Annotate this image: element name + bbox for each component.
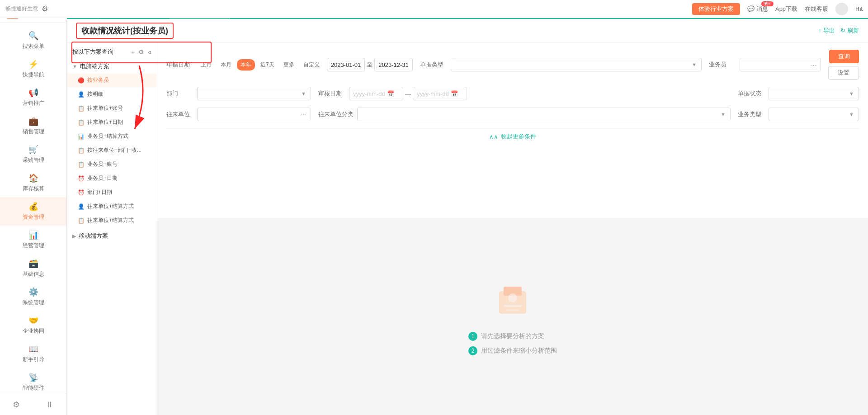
sidebar-item-hardware[interactable]: 📡 智能硬件 <box>0 368 66 394</box>
salesman-more-dots[interactable]: ··· <box>811 61 816 68</box>
scheme-item-salesman-account-label: 业务员+账号 <box>87 160 118 168</box>
sidebar-item-purchase[interactable]: 🛒 采购管理 <box>0 140 66 169</box>
quick-date-thisyear[interactable]: 本年 <box>237 59 255 71</box>
scheme-item-detail[interactable]: 👤 按明细 <box>67 87 157 101</box>
doctype-select[interactable]: ▼ <box>451 58 702 71</box>
filter-row-2: 部门 ▼ 审核日期 yyyy-mm-dd 📅 <box>166 87 859 100</box>
export-icon: ↑ <box>819 27 822 34</box>
date-from-input[interactable]: 2023-01-01 <box>327 58 365 71</box>
sidebar-item-marketing[interactable]: 📢 营销推广 <box>0 83 66 112</box>
scheme-mobile-title[interactable]: ▶ 移动端方案 <box>67 229 157 243</box>
scheme-collapse-icon[interactable]: « <box>148 48 151 56</box>
partner-select[interactable]: ··· <box>197 108 311 121</box>
page-title: 收款情况统计(按业务员) <box>76 23 174 39</box>
audit-date-filter-group: 审核日期 yyyy-mm-dd 📅 — yyyy-mm-dd 📅 <box>318 87 731 100</box>
audit-date-from[interactable]: yyyy-mm-dd 📅 <box>349 87 403 100</box>
sidebar-label-quicknav: 快捷导航 <box>23 71 44 79</box>
quick-date-custom[interactable]: 自定义 <box>300 59 323 71</box>
refresh-button[interactable]: ↻ 刷新 <box>840 27 859 35</box>
settings-bottom-icon[interactable]: ⚙ <box>13 400 20 410</box>
enterprise-icon: 🤝 <box>28 316 38 325</box>
audit-date-to[interactable]: yyyy-mm-dd 📅 <box>413 87 467 100</box>
salesman-settlement-icon: 📊 <box>78 133 85 140</box>
scheme-pc-title[interactable]: ▼ 电脑端方案 <box>67 60 157 73</box>
salesman-scheme-icon: 🔴 <box>78 77 85 84</box>
scheme-item-salesman-date[interactable]: ⏰ 业务员+日期 <box>67 171 157 185</box>
collapse-more-btn[interactable]: ∧∧ 收起更多条件 <box>166 128 859 144</box>
filter-row-1: 单据日期 上月 本月 本年 近7天 更多 自定义 <box>166 50 859 80</box>
docstatus-select[interactable]: ▼ <box>769 87 859 100</box>
partner-dept-icon: 📋 <box>78 147 85 154</box>
content-area: 首页 现金银行流水查询 ✕ 收款情况统计 ✕ — ⊡ 收款情况统计(按业务员) … <box>67 0 868 415</box>
scheme-setting-icon[interactable]: ⚙ <box>138 48 144 56</box>
scheme-item-partner-settlement1[interactable]: 👤 往来单位+结算方式 <box>67 199 157 213</box>
quick-date-more[interactable]: 更多 <box>280 59 298 71</box>
dept-select[interactable]: ▼ <box>197 87 311 100</box>
sidebar-item-enterprise[interactable]: 🤝 企业协同 <box>0 311 66 340</box>
scheme-pc-group: ▼ 电脑端方案 🔴 按业务员 👤 按明细 📋 往来单位+账号 <box>67 60 157 227</box>
empty-tip-2: 2 用过滤条件来缩小分析范围 <box>468 346 557 355</box>
empty-illustration <box>490 278 535 323</box>
sidebar-item-system[interactable]: ⚙️ 系统管理 <box>0 283 66 311</box>
operation-icon: 📊 <box>28 230 38 240</box>
doctype-chevron: ▼ <box>692 62 697 67</box>
scheme-item-dept-date[interactable]: ⏰ 部门+日期 <box>67 185 157 199</box>
scheme-item-partner-account[interactable]: 📋 往来单位+账号 <box>67 101 157 115</box>
online-service-link[interactable]: 在线客服 <box>805 5 828 13</box>
sidebar-label-finance: 资金管理 <box>23 213 44 221</box>
sidebar-item-search[interactable]: 🔍 搜索菜单 <box>0 26 66 55</box>
partner-label: 往来单位 <box>166 110 193 118</box>
date-to-input[interactable]: 2023-12-31 <box>374 58 413 71</box>
gear-icon[interactable]: ⚙ <box>42 5 48 13</box>
marketing-icon: 📢 <box>28 88 38 98</box>
sidebar-item-finance[interactable]: 💰 资金管理 <box>0 197 66 226</box>
message-count: 99+ <box>761 1 774 6</box>
calendar-icon: 📅 <box>387 90 394 97</box>
trial-btn[interactable]: 体验行业方案 <box>692 3 740 15</box>
system-icon: ⚙️ <box>28 287 38 297</box>
partner-settlement1-icon: 👤 <box>78 203 85 210</box>
sidebar: 畅 畅捷通好生意 标准版 🔍 搜索菜单 ⚡ 快捷导航 📢 营销推广 💼 销售管理 <box>0 0 67 415</box>
sidebar-item-basic[interactable]: 🗃️ 基础信息 <box>0 254 66 283</box>
biztype-label: 业务类型 <box>738 110 765 118</box>
date-from-value: 2023-01-01 <box>331 61 361 68</box>
sidebar-item-operation[interactable]: 📊 经营管理 <box>0 226 66 254</box>
setting-button[interactable]: 设置 <box>828 66 859 80</box>
basic-icon: 🗃️ <box>28 259 38 269</box>
partner-more-dots[interactable]: ··· <box>301 111 306 118</box>
sidebar-item-sales[interactable]: 💼 销售管理 <box>0 112 66 140</box>
export-label: 导出 <box>823 27 835 35</box>
partner-category-select[interactable]: ▼ <box>357 108 731 121</box>
sidebar-item-inventory[interactable]: 🏠 库存核算 <box>0 169 66 197</box>
svg-rect-3 <box>504 305 522 307</box>
scheme-item-partner-settlement2[interactable]: 📋 往来单位+结算方式 <box>67 213 157 227</box>
export-button[interactable]: ↑ 导出 <box>819 27 835 35</box>
partner-filter-group: 往来单位 ··· <box>166 108 311 121</box>
message-icon[interactable]: 💬 消息 99+ <box>747 5 768 13</box>
scheme-item-salesman[interactable]: 🔴 按业务员 <box>67 73 157 87</box>
quick-date-lastmonth[interactable]: 上月 <box>197 59 215 71</box>
app-download-link[interactable]: App下载 <box>775 5 797 13</box>
sidebar-label-basic: 基础信息 <box>23 270 44 278</box>
page-header: 收款情况统计(按业务员) ↑ 导出 ↻ 刷新 <box>67 19 868 42</box>
sales-icon: 💼 <box>28 116 38 126</box>
sidebar-item-quicknav[interactable]: ⚡ 快捷导航 <box>0 55 66 83</box>
biztype-chevron: ▼ <box>849 112 854 117</box>
sidebar-label-search: 搜索菜单 <box>23 42 44 50</box>
empty-tip-1: 1 请先选择要分析的方案 <box>468 332 557 341</box>
collapse-sidebar-icon[interactable]: ⏸ <box>46 400 54 410</box>
scheme-item-partner-dept[interactable]: 📋 按往来单位+部门+收... <box>67 143 157 157</box>
salesman-select[interactable]: ··· <box>740 58 821 71</box>
tip1-text: 请先选择要分析的方案 <box>481 332 544 340</box>
scheme-add-icon[interactable]: + <box>131 48 135 56</box>
scheme-item-partner-date[interactable]: 📋 往来单位+日期 <box>67 115 157 129</box>
sidebar-item-guide[interactable]: 📖 新手引导 <box>0 340 66 368</box>
avatar[interactable] <box>835 3 848 15</box>
query-button[interactable]: 查询 <box>829 50 859 63</box>
scheme-item-salesman-account[interactable]: 📋 业务员+账号 <box>67 157 157 171</box>
quick-date-thismonth[interactable]: 本月 <box>217 59 235 71</box>
scheme-pc-label: 电脑端方案 <box>80 62 109 71</box>
biztype-select[interactable]: ▼ <box>769 108 859 121</box>
scheme-item-salesman-settlement[interactable]: 📊 业务员+结算方式 <box>67 129 157 143</box>
quick-date-7days[interactable]: 近7天 <box>257 59 278 71</box>
